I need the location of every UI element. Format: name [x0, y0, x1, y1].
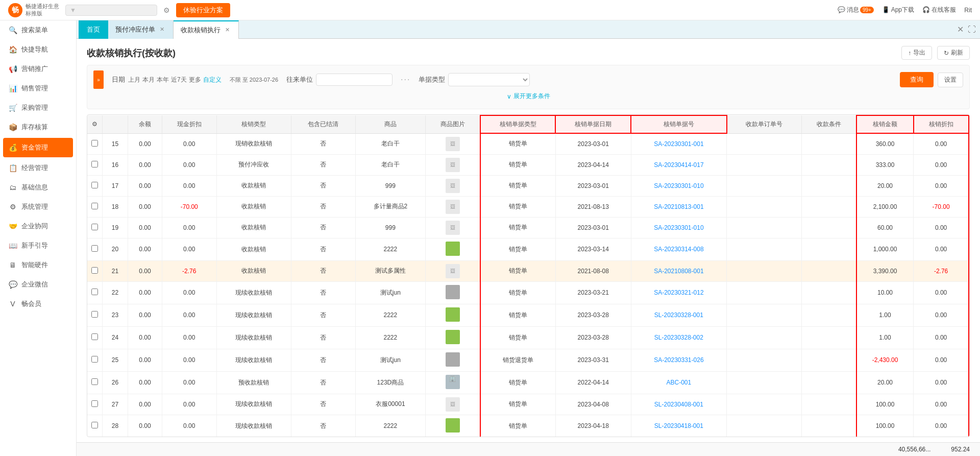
cancel-no-link[interactable]: SL-20230328-002 [654, 334, 703, 341]
tab-prepay-close[interactable]: ✕ [158, 26, 166, 33]
cell-checkbox[interactable] [87, 281, 103, 304]
tab-home[interactable]: 首页 [79, 20, 108, 39]
tab-prepay[interactable]: 预付冲应付单 ✕ [108, 20, 174, 39]
cell-checkbox[interactable] [87, 217, 103, 238]
row-checkbox[interactable] [91, 267, 98, 274]
sidebar-item-basic-info[interactable]: 🗂基础信息 [0, 178, 76, 197]
row-checkbox[interactable] [91, 378, 98, 385]
cancel-no-link[interactable]: SA-20230414-017 [654, 161, 703, 169]
row-checkbox[interactable] [91, 289, 98, 295]
cell-checkbox[interactable] [87, 175, 103, 196]
cell-cancel-no[interactable]: SA-20230301-001 [631, 133, 727, 154]
sidebar-item-finance[interactable]: 💰资金管理 [3, 138, 73, 157]
filter-expand-btn[interactable]: » [93, 70, 104, 89]
tab-receipt-close[interactable]: ✕ [224, 26, 231, 34]
tab-receipt[interactable]: 收款核销执行 ✕ [174, 20, 239, 39]
app-download-link[interactable]: 📱 App下载 [882, 6, 914, 14]
cell-cancel-no[interactable]: SL-20230328-001 [631, 304, 727, 326]
row-checkbox[interactable] [91, 400, 98, 407]
online-service-link[interactable]: 🎧 在线客服 [922, 6, 956, 14]
cell-cancel-no[interactable]: SL-20230418-001 [631, 415, 727, 437]
sidebar-item-corp[interactable]: 🤝企业协同 [0, 217, 76, 236]
date-this-year[interactable]: 本年 [157, 76, 169, 84]
cancel-no-link[interactable]: SA-20210813-001 [654, 203, 703, 210]
sidebar-item-wechat[interactable]: 💬企业微信 [0, 275, 76, 294]
row-checkbox[interactable] [91, 311, 98, 318]
cancel-no-link[interactable]: SA-20230321-012 [654, 289, 703, 296]
cancel-no-link[interactable]: ABC-001 [667, 379, 692, 386]
cell-cancel-no[interactable]: SL-20230328-002 [631, 326, 727, 349]
cancel-no-link[interactable]: SA-20230331-026 [654, 356, 703, 364]
row-checkbox[interactable] [91, 161, 98, 167]
cell-cancel-no[interactable]: SA-20230321-012 [631, 281, 727, 304]
cancel-no-link[interactable]: SL-20230408-001 [654, 401, 703, 408]
cell-checkbox[interactable] [87, 415, 103, 437]
sidebar-item-newbie[interactable]: 📖新手引导 [0, 236, 76, 255]
col-settings-icon[interactable]: ⚙ [87, 115, 103, 133]
cell-cancel-no[interactable]: SL-20230408-001 [631, 394, 727, 415]
sidebar-item-inventory[interactable]: 📦库存核算 [0, 117, 76, 137]
settings-button[interactable]: 设置 [938, 73, 963, 87]
tab-close-all-icon[interactable]: ✕ [957, 25, 964, 34]
sidebar-item-quick-nav[interactable]: 🏠快捷导航 [0, 40, 76, 59]
cell-checkbox[interactable] [87, 133, 103, 154]
row-checkbox[interactable] [91, 333, 98, 340]
date-this-month[interactable]: 本月 [142, 76, 155, 84]
refresh-button[interactable]: ↻ 刷新 [937, 46, 970, 60]
counterparty-input[interactable] [316, 74, 393, 86]
cell-cancel-no[interactable]: SA-20210808-001 [631, 260, 727, 281]
cancel-no-link[interactable]: SL-20230418-001 [654, 422, 703, 429]
expand-more-btn[interactable]: ∨ 展开更多条件 [507, 92, 550, 101]
row-checkbox[interactable] [91, 203, 98, 209]
query-button[interactable]: 查询 [900, 72, 934, 87]
row-checkbox[interactable] [91, 224, 98, 230]
date-prev-month[interactable]: 上月 [128, 76, 140, 84]
cancel-no-link[interactable]: SL-20230328-001 [654, 311, 703, 319]
cell-cancel-no[interactable]: SA-20230301-010 [631, 175, 727, 196]
tab-maximize-icon[interactable]: ⛶ [968, 25, 976, 34]
date-custom[interactable]: 自定义 [203, 76, 222, 84]
cell-checkbox[interactable] [87, 196, 103, 217]
date-7days[interactable]: 近7天 [171, 76, 187, 84]
sidebar-item-sales[interactable]: 📊销售管理 [0, 79, 76, 98]
industry-btn[interactable]: 休验行业方案 [176, 3, 230, 17]
cell-checkbox[interactable] [87, 371, 103, 394]
date-more[interactable]: 更多 [189, 76, 201, 84]
cell-checkbox[interactable] [87, 154, 103, 175]
cancel-no-link[interactable]: SA-20230301-010 [654, 224, 703, 231]
cancel-no-link[interactable]: SA-20230301-010 [654, 182, 703, 189]
export-button[interactable]: ↑ 导出 [901, 46, 932, 60]
row-checkbox[interactable] [91, 422, 98, 428]
sidebar-item-system[interactable]: ⚙系统管理 [0, 197, 76, 217]
cell-cancel-no[interactable]: SA-20230331-026 [631, 349, 727, 371]
row-checkbox[interactable] [91, 182, 98, 188]
cell-cancel-no[interactable]: SA-20210813-001 [631, 196, 727, 217]
top-search-input[interactable]: ▼ [65, 5, 157, 16]
sidebar-item-marketing[interactable]: 📢营销推广 [0, 59, 76, 79]
sidebar-item-member[interactable]: V畅会员 [0, 294, 76, 314]
cell-cancel-no[interactable]: SA-20230414-017 [631, 154, 727, 175]
sidebar-item-operation[interactable]: 📋经营管理 [0, 158, 76, 178]
cell-checkbox[interactable] [87, 349, 103, 371]
product-img-placeholder: 🖼 [446, 137, 460, 151]
row-checkbox[interactable] [91, 140, 98, 147]
cell-checkbox[interactable] [87, 394, 103, 415]
cell-cancel-no[interactable]: ABC-001 [631, 371, 727, 394]
sidebar-item-purchase[interactable]: 🛒采购管理 [0, 98, 76, 117]
row-checkbox[interactable] [91, 245, 98, 252]
cell-checkbox[interactable] [87, 260, 103, 281]
cell-checkbox[interactable] [87, 326, 103, 349]
cell-checkbox[interactable] [87, 304, 103, 326]
voucher-type-select[interactable] [448, 73, 530, 86]
cell-checkbox[interactable] [87, 238, 103, 260]
cell-cancel-no[interactable]: SA-20230314-008 [631, 238, 727, 260]
cancel-no-link[interactable]: SA-20230301-001 [654, 140, 703, 148]
messages-link[interactable]: 💬 消息99+ [838, 6, 874, 14]
row-checkbox[interactable] [91, 356, 98, 363]
gear-icon[interactable]: ⚙ [163, 6, 170, 14]
cell-cancel-no[interactable]: SA-20230301-010 [631, 217, 727, 238]
cancel-no-link[interactable]: SA-20230314-008 [654, 246, 703, 253]
sidebar-item-search[interactable]: 🔍搜索菜单 [0, 20, 76, 40]
cancel-no-link[interactable]: SA-20210808-001 [654, 268, 703, 275]
sidebar-item-smart-hw[interactable]: 🖥智能硬件 [0, 255, 76, 275]
